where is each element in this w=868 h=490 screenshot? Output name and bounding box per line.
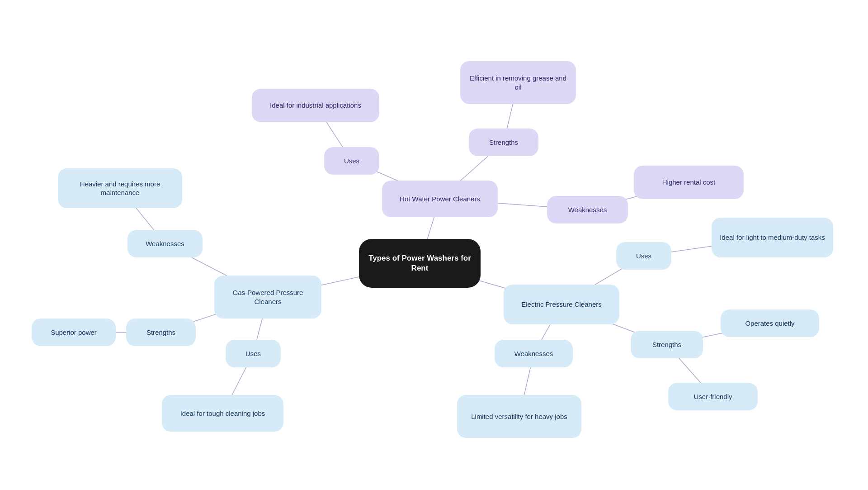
node-hot_weaknesses_1[interactable]: Higher rental cost (634, 166, 744, 199)
node-gas[interactable]: Gas-Powered Pressure Cleaners (214, 276, 321, 319)
node-hot_uses[interactable]: Uses (324, 147, 379, 175)
node-hot_strengths_1[interactable]: Efficient in removing grease and oil (460, 61, 576, 104)
node-gas_weaknesses_1[interactable]: Heavier and requires more maintenance (58, 168, 182, 208)
node-electric_strengths_1[interactable]: Operates quietly (721, 309, 819, 337)
node-hot_strengths[interactable]: Strengths (469, 128, 538, 156)
node-electric_weaknesses_1[interactable]: Limited versatility for heavy jobs (457, 395, 581, 438)
node-gas_uses_1[interactable]: Ideal for tough cleaning jobs (162, 395, 283, 432)
node-gas_uses[interactable]: Uses (226, 340, 281, 367)
node-electric_strengths_2[interactable]: User-friendly (668, 383, 758, 410)
node-hot_weaknesses[interactable]: Weaknesses (547, 196, 628, 224)
node-electric_strengths[interactable]: Strengths (631, 331, 703, 358)
node-electric_uses_1[interactable]: Ideal for light to medium-duty tasks (712, 218, 833, 257)
node-electric_uses[interactable]: Uses (616, 242, 671, 270)
mind-map: Types of Power Washers for RentHot Water… (0, 0, 868, 490)
node-hot_water[interactable]: Hot Water Power Cleaners (382, 181, 498, 217)
node-hot_uses_1[interactable]: Ideal for industrial applications (252, 89, 379, 122)
node-center[interactable]: Types of Power Washers for Rent (359, 239, 481, 288)
node-gas_strengths_1[interactable]: Superior power (32, 319, 116, 346)
node-gas_weaknesses[interactable]: Weaknesses (127, 230, 203, 257)
node-electric[interactable]: Electric Pressure Cleaners (504, 285, 619, 324)
node-electric_weaknesses[interactable]: Weaknesses (495, 340, 573, 367)
node-gas_strengths[interactable]: Strengths (126, 319, 196, 346)
